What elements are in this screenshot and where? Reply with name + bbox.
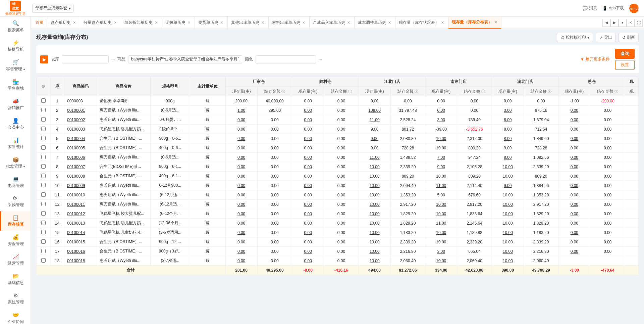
row-checkbox[interactable]	[37, 237, 50, 247]
info-icon[interactable]: ⓘ	[415, 89, 418, 93]
row-yubei-amt: 1,183.20	[524, 228, 558, 237]
color-input[interactable]	[256, 55, 316, 63]
row-checkbox[interactable]	[37, 153, 50, 162]
tab-home[interactable]: 首页	[32, 17, 47, 29]
row-yubei-qty: 10.00	[492, 209, 524, 219]
info-icon[interactable]: ⓘ	[481, 89, 485, 93]
sidebar-item-retailstat[interactable]: 📊 零售统计	[0, 134, 31, 153]
row-total-qty: 0.00	[558, 143, 590, 153]
sidebar-item-member[interactable]: 👤 会员中心	[0, 114, 31, 134]
row-checkbox[interactable]	[37, 162, 50, 172]
row-checkbox[interactable]	[37, 190, 50, 200]
col-nanan-header: 南岸门店	[425, 77, 492, 87]
tab-stockcount[interactable]: 盘点单历史 ✕	[47, 17, 80, 29]
tab-costadjust-close[interactable]: ✕	[387, 20, 392, 25]
tab-stocktable[interactable]: 现存量（库存状况表） ✕	[395, 17, 448, 29]
tab-distcount-close[interactable]: ✕	[113, 20, 117, 25]
info-icon[interactable]: ⓘ	[348, 89, 352, 93]
row-checkbox[interactable]	[37, 172, 50, 181]
tab-transfer-close[interactable]: ✕	[187, 20, 191, 25]
tab-next-btn[interactable]: ▶	[610, 19, 619, 27]
row-checkbox[interactable]	[37, 143, 50, 153]
tab-stocktable-close[interactable]: ✕	[440, 20, 445, 25]
tab-assembly-close[interactable]: ✕	[154, 20, 158, 25]
industry-selector[interactable]: 母婴行业演示陈套 ▾	[32, 4, 74, 13]
filter-expand-btn[interactable]: ▶	[40, 55, 48, 63]
expand-more-btn[interactable]: ▼ 展开更多条件	[580, 56, 610, 62]
tab-otherout[interactable]: 其他出库单历史 ✕	[228, 17, 269, 29]
tab-otherout-close[interactable]: ✕	[261, 20, 265, 25]
row-checkbox[interactable]	[37, 200, 50, 209]
sidebar-item-inventory[interactable]: 📋 库存核算	[0, 211, 31, 231]
row-checkbox[interactable]	[37, 219, 50, 228]
info-icon[interactable]: ⓘ	[614, 89, 618, 93]
message-btn[interactable]: 💬 消息	[583, 5, 597, 11]
sidebar-item-basic[interactable]: 📂 基础信息	[0, 270, 31, 289]
row-jiangbei-amt: 801.72	[390, 125, 425, 134]
row-checkbox[interactable]	[37, 134, 50, 143]
row-checkbox[interactable]	[37, 209, 50, 219]
row-yubei-amt: 0.00	[524, 96, 558, 106]
row-checkbox[interactable]	[37, 96, 50, 106]
gear-icon[interactable]: ⚙	[41, 84, 45, 89]
tab-stockcount-close[interactable]: ✕	[72, 20, 76, 25]
tab-menu-btn[interactable]: ▾	[619, 19, 627, 27]
sidebar-item-system[interactable]: ⚙ 系统管理	[0, 289, 31, 309]
tab-transfer[interactable]: 调拨单历史 ✕	[162, 17, 195, 29]
warehouse-dots[interactable]: ···	[111, 57, 115, 62]
logo-text: 畅捷通好生意	[5, 11, 25, 16]
tab-stockdist[interactable]: 现存量（库存分布表） ✕	[448, 17, 501, 29]
tab-productsin[interactable]: 产成品入库单历史 ✕	[310, 17, 355, 29]
row-checkbox[interactable]	[37, 228, 50, 237]
sidebar-item-wholesale[interactable]: 📦 批发管理 ▼	[0, 153, 31, 173]
tab-stockdist-close[interactable]: ✕	[493, 20, 498, 25]
tab-costadjust[interactable]: 成本调整单历史 ✕	[355, 17, 395, 29]
setting-btn[interactable]: 设置	[615, 60, 635, 70]
sidebar-item-retail[interactable]: 🛒 零售管理 ▲	[0, 56, 31, 75]
tab-productsin-close[interactable]: ✕	[346, 20, 351, 25]
sidebar-item-finance[interactable]: 💰 资金管理	[0, 231, 31, 250]
color-dots[interactable]: ···	[319, 57, 322, 62]
tab-close-all-btn[interactable]: ✕	[627, 19, 635, 27]
avatar[interactable]: demo2	[629, 4, 639, 13]
export-btn[interactable]: ↗ 导出	[596, 33, 616, 42]
sidebar-item-marketing[interactable]: 📣 营销推广	[0, 95, 31, 114]
sidebar-item-quicknav[interactable]: ⚡ 快捷导航	[0, 36, 31, 56]
tab-demand-close[interactable]: ✕	[220, 20, 224, 25]
tab-distcount[interactable]: 分量盘点单历史 ✕	[80, 17, 121, 29]
refresh-btn[interactable]: ↺ 刷新	[619, 33, 639, 42]
row-unit: 罐	[190, 125, 225, 134]
row-checkbox[interactable]	[37, 256, 50, 266]
tab-materialout-close[interactable]: ✕	[302, 20, 306, 25]
sidebar-item-retailshop[interactable]: 🏪 零售商城	[0, 75, 31, 95]
row-checkbox[interactable]	[37, 247, 50, 256]
tab-demand[interactable]: 要货单历史 ✕	[195, 17, 228, 29]
logo-icon: 好生意	[10, 1, 21, 11]
sidebar-item-purchase[interactable]: 🛍 采购管理	[0, 192, 31, 211]
row-checkbox[interactable]	[37, 125, 50, 134]
row-factory-amt: 0.00	[257, 172, 292, 181]
tab-fullscreen-btn[interactable]: ⛶	[635, 19, 643, 27]
row-checkbox[interactable]	[37, 181, 50, 190]
query-btn[interactable]: 查询	[615, 49, 635, 59]
row-checkbox[interactable]	[37, 106, 50, 115]
sidebar-item-search[interactable]: 🔍 搜索英单	[0, 17, 31, 36]
col-gear[interactable]: ⚙	[37, 77, 50, 96]
app-download-btn[interactable]: 📱 App下载	[602, 5, 624, 11]
sidebar-item-label-retailstat: 零售统计	[2, 144, 29, 150]
tab-demand-label: 要货单历史	[198, 20, 218, 26]
warehouse-input[interactable]	[62, 55, 109, 63]
row-lu-qty: 0.00	[292, 228, 324, 237]
sidebar-item-ecommerce[interactable]: 💻 电商管理	[0, 173, 31, 192]
tab-materialout[interactable]: 材料出库单历史 ✕	[269, 17, 310, 29]
goods-input[interactable]	[128, 55, 242, 63]
tab-prev-btn[interactable]: ◀	[602, 19, 610, 27]
row-jiangbei-qty: 10.00	[359, 247, 390, 256]
info-icon[interactable]: ⓘ	[548, 89, 551, 93]
sidebar-item-collab[interactable]: 🤝 企业协同	[0, 309, 31, 324]
info-icon[interactable]: ⓘ	[281, 89, 285, 93]
print-btn[interactable]: 🖨 按模版打印 ▾	[557, 33, 593, 42]
tab-assembly[interactable]: 组装拆卸单历史 ✕	[121, 17, 162, 29]
row-checkbox[interactable]	[37, 115, 50, 125]
sidebar-item-operation[interactable]: 📈 经营管理	[0, 250, 31, 270]
